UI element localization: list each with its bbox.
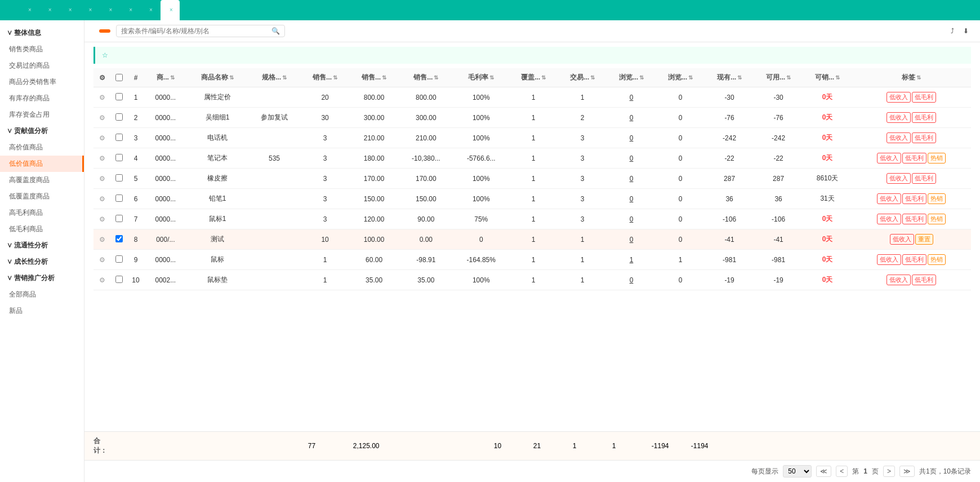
- checkbox-cell[interactable]: [110, 169, 127, 189]
- table-wrapper[interactable]: ⚙ # 商... ⇅ 商品名称 ⇅ 规格... ⇅ 销售... ⇅ 销售... …: [84, 68, 980, 431]
- sidebar-item-traded-goods[interactable]: 交易过的商品: [0, 58, 84, 74]
- browse1-link[interactable]: 0: [630, 236, 634, 244]
- col-stock-avail[interactable]: 可用... ⇅: [754, 68, 803, 87]
- browse1-link[interactable]: 0: [630, 94, 634, 101]
- sidebar-group-overall[interactable]: ∨ 整体信息: [0, 25, 84, 41]
- browse1-cell[interactable]: 0: [607, 229, 656, 250]
- sidebar-group-value[interactable]: ∨ 贡献值分析: [0, 123, 84, 139]
- close-icon[interactable]: ×: [28, 0, 32, 20]
- col-name[interactable]: 商品名称 ⇅: [187, 68, 248, 87]
- sidebar-item-capital[interactable]: 库存资金占用: [0, 107, 84, 123]
- row-checkbox[interactable]: [115, 113, 123, 121]
- col-code[interactable]: 商... ⇅: [144, 68, 187, 87]
- close-icon[interactable]: ×: [69, 0, 72, 20]
- next-page-button[interactable]: >: [883, 466, 895, 477]
- browse1-link[interactable]: 0: [630, 114, 634, 122]
- settings-cell[interactable]: ⚙: [93, 128, 110, 148]
- checkbox-cell[interactable]: [110, 189, 127, 209]
- close-icon[interactable]: ×: [109, 0, 112, 20]
- browse1-link[interactable]: 0: [630, 276, 634, 284]
- sidebar-item-high-value[interactable]: 高价值商品: [0, 139, 84, 156]
- last-page-button[interactable]: ≫: [899, 466, 915, 477]
- row-checkbox[interactable]: [115, 215, 123, 222]
- browse1-cell[interactable]: 0: [607, 209, 656, 229]
- nav-sales[interactable]: ×: [19, 0, 38, 20]
- row-checkbox[interactable]: [115, 255, 123, 263]
- close-icon[interactable]: ×: [89, 0, 92, 20]
- col-browse1[interactable]: 浏览... ⇅: [607, 68, 656, 87]
- checkbox-cell[interactable]: [110, 250, 127, 270]
- row-checkbox[interactable]: [115, 194, 123, 202]
- nav-permission[interactable]: ×: [60, 0, 79, 20]
- col-trade[interactable]: 交易... ⇅: [558, 68, 607, 87]
- browse1-link[interactable]: 0: [630, 195, 634, 203]
- nav-purchase[interactable]: ×: [39, 0, 59, 20]
- row-checkbox[interactable]: [115, 235, 123, 242]
- browse1-link[interactable]: 0: [630, 154, 634, 162]
- browse1-cell[interactable]: 0: [607, 128, 656, 148]
- settings-cell[interactable]: ⚙: [93, 87, 110, 108]
- col-spec[interactable]: 规格... ⇅: [248, 68, 300, 87]
- browse1-link[interactable]: 0: [630, 215, 634, 223]
- export-button[interactable]: ⬇: [963, 27, 971, 35]
- filter-button[interactable]: [99, 29, 110, 33]
- settings-cell[interactable]: ⚙: [93, 209, 110, 229]
- col-gross[interactable]: 毛利率 ⇅: [453, 68, 509, 87]
- settings-cell[interactable]: ⚙: [93, 250, 110, 270]
- row-checkbox[interactable]: [115, 276, 123, 283]
- first-page-button[interactable]: ≪: [816, 466, 831, 477]
- col-coverage[interactable]: 覆盖... ⇅: [509, 68, 558, 87]
- sidebar-item-low-margin[interactable]: 低毛利商品: [0, 221, 84, 237]
- settings-cell[interactable]: ⚙: [93, 229, 110, 250]
- sidebar-group-growth[interactable]: ∨ 成长性分析: [0, 254, 84, 270]
- browse1-link[interactable]: 0: [630, 175, 634, 183]
- col-tags[interactable]: 标签 ⇅: [852, 68, 971, 87]
- sidebar-item-new-goods[interactable]: 新品: [0, 303, 84, 319]
- checkbox-cell[interactable]: [110, 87, 127, 108]
- sidebar-item-sales-goods[interactable]: 销售类商品: [0, 41, 84, 58]
- browse1-link[interactable]: 1: [630, 256, 634, 264]
- settings-cell[interactable]: ⚙: [93, 270, 110, 290]
- nav-template[interactable]: ×: [120, 0, 139, 20]
- checkbox-cell[interactable]: [110, 229, 127, 250]
- nav-goods-list[interactable]: ×: [161, 0, 180, 20]
- checkbox-cell[interactable]: [110, 148, 127, 169]
- browse1-cell[interactable]: 0: [607, 108, 656, 128]
- sidebar-item-low-coverage[interactable]: 低覆盖度商品: [0, 188, 84, 205]
- col-settings[interactable]: ⚙: [93, 68, 110, 87]
- col-sale2[interactable]: 销售... ⇅: [350, 68, 399, 87]
- close-icon[interactable]: ×: [170, 0, 173, 20]
- prev-page-button[interactable]: <: [836, 466, 848, 477]
- search-input[interactable]: [121, 27, 268, 35]
- col-checkbox[interactable]: [110, 68, 127, 87]
- row-checkbox[interactable]: [115, 93, 123, 100]
- browse1-cell[interactable]: 0: [607, 87, 656, 108]
- close-icon[interactable]: ×: [48, 0, 52, 20]
- sidebar-item-high-coverage[interactable]: 高覆盖度商品: [0, 172, 84, 188]
- checkbox-cell[interactable]: [110, 108, 127, 128]
- share-button[interactable]: ⤴: [951, 27, 956, 35]
- sidebar-group-marketing[interactable]: ∨ 营销推广分析: [0, 270, 84, 286]
- settings-cell[interactable]: ⚙: [93, 108, 110, 128]
- sidebar-item-stock-goods[interactable]: 有库存的商品: [0, 90, 84, 107]
- nav-goods-analysis[interactable]: ×: [140, 0, 159, 20]
- browse1-cell[interactable]: 0: [607, 189, 656, 209]
- nav-home[interactable]: [5, 0, 18, 20]
- browse1-cell[interactable]: 0: [607, 148, 656, 169]
- checkbox-cell[interactable]: [110, 209, 127, 229]
- browse1-cell[interactable]: 0: [607, 270, 656, 290]
- settings-cell[interactable]: ⚙: [93, 169, 110, 189]
- close-icon[interactable]: ×: [149, 0, 153, 20]
- settings-cell[interactable]: ⚙: [93, 148, 110, 169]
- nav-warehouse[interactable]: ×: [100, 0, 119, 20]
- checkbox-cell[interactable]: [110, 270, 127, 290]
- browse1-cell[interactable]: 1: [607, 250, 656, 270]
- row-checkbox[interactable]: [115, 174, 123, 182]
- sidebar-item-low-value[interactable]: 低价值商品: [0, 156, 84, 172]
- nav-role[interactable]: ×: [80, 0, 99, 20]
- sidebar-item-all-goods[interactable]: 全部商品: [0, 286, 84, 303]
- settings-cell[interactable]: ⚙: [93, 189, 110, 209]
- per-page-select[interactable]: 50 100 200: [783, 465, 812, 477]
- col-sale3[interactable]: 销售... ⇅: [399, 68, 453, 87]
- close-icon[interactable]: ×: [129, 0, 132, 20]
